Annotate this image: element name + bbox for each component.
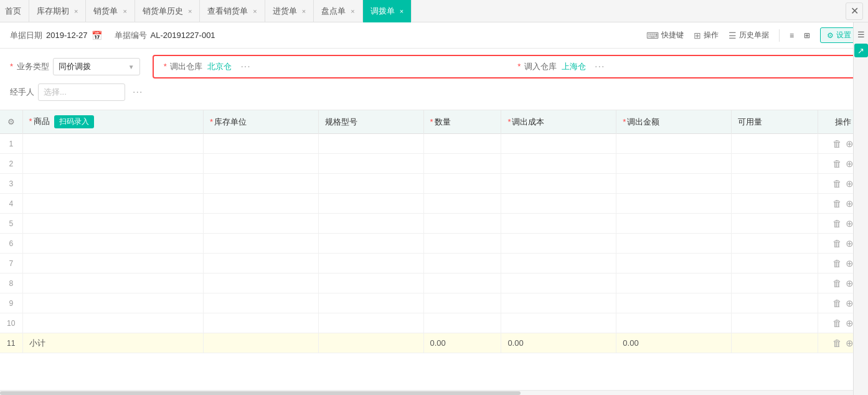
cell-qty-3[interactable]	[423, 174, 501, 194]
cell-cost-3[interactable]	[501, 174, 616, 194]
cell-unit-9[interactable]	[203, 293, 318, 313]
cell-cost-4[interactable]	[501, 194, 616, 214]
delete-row-icon[interactable]: 🗑	[833, 178, 842, 189]
cell-cost-8[interactable]	[501, 274, 616, 293]
shortcut-button[interactable]: ⌨ 快捷键	[646, 30, 684, 40]
cell-product-7[interactable]	[22, 254, 203, 274]
cell-product-2[interactable]	[22, 154, 203, 174]
cell-amount-4[interactable]	[616, 194, 732, 214]
calendar-icon[interactable]: 📅	[92, 31, 102, 40]
horizontal-scrollbar[interactable]	[0, 390, 868, 395]
sidebar-list-button[interactable]: ☰	[854, 27, 868, 41]
delete-row-icon[interactable]: 🗑	[833, 238, 842, 249]
cell-unit-4[interactable]	[203, 194, 318, 214]
tab-close-stocktake[interactable]: ×	[351, 7, 354, 15]
cell-spec-7[interactable]	[318, 254, 423, 274]
copy-row-icon[interactable]: ⊕	[846, 198, 854, 209]
cell-amount-10[interactable]	[616, 313, 732, 333]
cell-cost-7[interactable]	[501, 254, 616, 274]
tab-close-inventory-init[interactable]: ×	[74, 7, 78, 15]
cell-qty-6[interactable]	[423, 234, 501, 254]
delete-row-icon[interactable]: 🗑	[833, 198, 842, 209]
delete-row-icon[interactable]: 🗑	[833, 298, 842, 309]
copy-row-icon[interactable]: ⊕	[846, 158, 854, 169]
cell-product-3[interactable]	[22, 174, 203, 194]
gear-column-header[interactable]: ⚙	[0, 110, 22, 134]
cell-spec-2[interactable]	[318, 154, 423, 174]
cell-unit-1[interactable]	[203, 134, 318, 154]
cell-amount-8[interactable]	[616, 274, 732, 293]
cell-qty-4[interactable]	[423, 194, 501, 214]
delete-row-icon[interactable]: 🗑	[833, 278, 842, 289]
cell-cost-6[interactable]	[501, 234, 616, 254]
tab-sales-history[interactable]: 销货单历史 ×	[135, 0, 200, 22]
layout-grid-button[interactable]: ⊞	[804, 31, 810, 40]
cell-product-10[interactable]	[22, 313, 203, 333]
cell-unit-10[interactable]	[203, 313, 318, 333]
cell-qty-10[interactable]	[423, 313, 501, 333]
operations-button[interactable]: ⊞ 操作	[694, 30, 719, 40]
tab-close-sales-history[interactable]: ×	[188, 7, 192, 15]
delete-icon[interactable]: 🗑	[833, 338, 842, 349]
tab-inventory-init[interactable]: 库存期初 ×	[29, 0, 86, 22]
cell-spec-1[interactable]	[318, 134, 423, 154]
tab-close-sales-order[interactable]: ×	[123, 7, 126, 15]
delete-row-icon[interactable]: 🗑	[833, 158, 842, 169]
cell-cost-10[interactable]	[501, 313, 616, 333]
cell-cost-2[interactable]	[501, 154, 616, 174]
cell-unit-5[interactable]	[203, 214, 318, 234]
person-more-button[interactable]: ···	[133, 87, 143, 98]
tab-close-purchase[interactable]: ×	[302, 7, 306, 15]
delete-row-icon[interactable]: 🗑	[833, 258, 842, 269]
cell-unit-7[interactable]	[203, 254, 318, 274]
copy-row-icon[interactable]: ⊕	[846, 318, 854, 329]
tab-purchase[interactable]: 进货单 ×	[265, 0, 314, 22]
cell-product-6[interactable]	[22, 234, 203, 254]
window-close-button[interactable]: ✕	[846, 2, 863, 20]
layout-list-button[interactable]: ≡	[790, 31, 794, 40]
business-type-select[interactable]: 同价调拨 ▼	[53, 58, 140, 75]
cell-spec-6[interactable]	[318, 234, 423, 254]
tab-stocktake[interactable]: 盘点单 ×	[314, 0, 362, 22]
history-button[interactable]: ☰ 历史单据	[729, 30, 769, 40]
cell-product-1[interactable]	[22, 134, 203, 154]
delete-row-icon[interactable]: 🗑	[833, 138, 842, 150]
tab-home[interactable]: 首页	[5, 0, 29, 22]
cell-cost-1[interactable]	[501, 134, 616, 154]
cell-product-8[interactable]	[22, 274, 203, 293]
cell-unit-6[interactable]	[203, 234, 318, 254]
delete-row-icon[interactable]: 🗑	[833, 218, 842, 229]
copy-row-icon[interactable]: ⊕	[846, 238, 854, 249]
copy-row-icon[interactable]: ⊕	[846, 178, 854, 189]
person-input[interactable]: 选择...	[38, 83, 125, 101]
cell-qty-7[interactable]	[423, 254, 501, 274]
cell-spec-4[interactable]	[318, 194, 423, 214]
cell-amount-6[interactable]	[616, 234, 732, 254]
scan-entry-button[interactable]: 扫码录入	[54, 115, 94, 128]
copy-row-icon[interactable]: ⊕	[846, 298, 854, 309]
cell-cost-9[interactable]	[501, 293, 616, 313]
tab-transfer[interactable]: 调拨单 ×	[363, 0, 412, 22]
cell-spec-10[interactable]	[318, 313, 423, 333]
cell-amount-9[interactable]	[616, 293, 732, 313]
cell-amount-5[interactable]	[616, 214, 732, 234]
scrollbar-thumb[interactable]	[0, 391, 521, 395]
cell-amount-1[interactable]	[616, 134, 732, 154]
copy-row-icon[interactable]: ⊕	[846, 258, 854, 269]
cell-product-4[interactable]	[22, 194, 203, 214]
copy-row-icon[interactable]: ⊕	[846, 218, 854, 229]
cell-product-5[interactable]	[22, 214, 203, 234]
tab-close-transfer[interactable]: ×	[400, 7, 403, 15]
cell-qty-1[interactable]	[423, 134, 501, 154]
cell-qty-9[interactable]	[423, 293, 501, 313]
in-warehouse-more-button[interactable]: ···	[595, 61, 605, 72]
cell-unit-8[interactable]	[203, 274, 318, 293]
cell-qty-2[interactable]	[423, 154, 501, 174]
cell-unit-2[interactable]	[203, 154, 318, 174]
cell-spec-9[interactable]	[318, 293, 423, 313]
cell-cost-5[interactable]	[501, 214, 616, 234]
copy-row-icon[interactable]: ⊕	[846, 138, 854, 150]
copy-row-icon[interactable]: ⊕	[846, 278, 854, 289]
tab-view-sales[interactable]: 查看销货单 ×	[200, 0, 265, 22]
cell-product-9[interactable]	[22, 293, 203, 313]
